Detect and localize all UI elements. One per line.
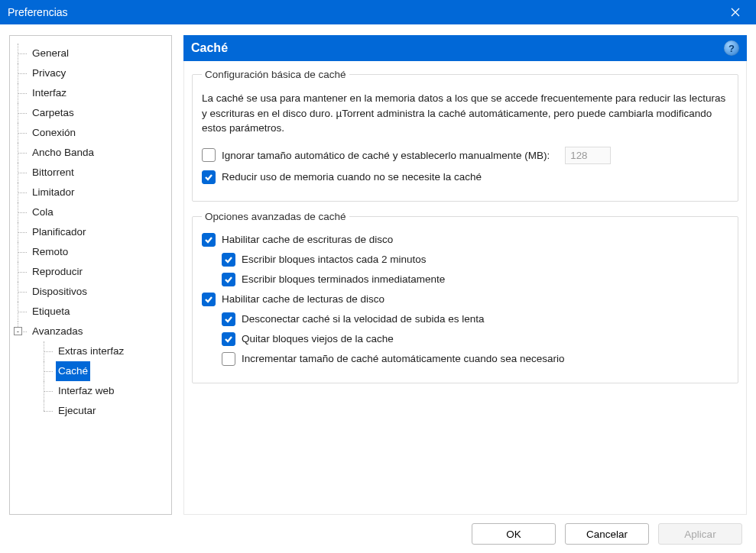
page-body: Configuración básica de caché La caché s… (183, 61, 747, 515)
tree-item-label[interactable]: Caché (56, 361, 90, 381)
tree-item-label[interactable]: Cola (30, 202, 56, 222)
tree-item[interactable]: Ancho Banda (15, 143, 167, 163)
settings-panel: Caché ? Configuración básica de caché La… (183, 35, 747, 515)
tree-item-label[interactable]: Ancho Banda (30, 143, 96, 163)
tree-item-advanced[interactable]: -AvanzadasExtras interfazCachéInterfaz w… (15, 322, 167, 421)
advanced-cache-legend: Opciones avanzadas de caché (202, 211, 349, 222)
nav-tree-panel: GeneralPrivacyInterfazCarpetasConexiónAn… (9, 35, 172, 515)
read-enable-checkbox[interactable] (202, 293, 216, 306)
tree-item-label[interactable]: Interfaz (30, 83, 69, 103)
read-enable-label[interactable]: Habilitar cache de lecturas de disco (222, 293, 384, 305)
advanced-cache-group: Opciones avanzadas de caché Habilitar ca… (192, 211, 738, 383)
read-remove-old-label[interactable]: Quitar bloques viejos de la cache (242, 333, 394, 344)
tree-item-label[interactable]: Interfaz web (56, 381, 117, 401)
read-autoinc-checkbox[interactable] (222, 352, 235, 366)
cache-size-input[interactable] (565, 147, 611, 164)
read-autoinc-label[interactable]: Incrementar tamaño de caché automáticame… (242, 353, 565, 364)
page-title: Caché (191, 41, 724, 55)
tree-item-label[interactable]: Planificador (30, 222, 89, 242)
override-cache-row: Ignorar tamaño automático de caché y est… (202, 147, 728, 164)
close-icon[interactable] (722, 0, 748, 24)
read-remove-old-checkbox[interactable] (222, 332, 235, 346)
basic-cache-group: Configuración básica de caché La caché s… (192, 69, 738, 202)
tree-expander-icon[interactable]: - (14, 327, 22, 335)
write-intact-label[interactable]: Escribir bloques intactos cada 2 minutos (242, 254, 427, 265)
read-remove-old-row: Quitar bloques viejos de la cache (222, 332, 728, 346)
tree-item[interactable]: Remoto (15, 242, 167, 262)
tree-item[interactable]: Conexión (15, 123, 167, 143)
tree-item-label[interactable]: Reproducir (30, 262, 85, 282)
read-autoinc-row: Incrementar tamaño de caché automáticame… (222, 352, 728, 366)
tree-subitem[interactable]: Interfaz web (41, 381, 167, 401)
tree-item-label[interactable]: Dispositivos (30, 282, 89, 302)
window-title: Preferencias (8, 6, 722, 18)
page-header: Caché ? (183, 35, 747, 61)
tree-item-label[interactable]: General (30, 44, 71, 63)
tree-subitem[interactable]: Extras interfaz (41, 341, 167, 361)
write-intact-checkbox[interactable] (222, 253, 235, 267)
nav-tree: GeneralPrivacyInterfazCarpetasConexiónAn… (15, 44, 167, 421)
write-finished-row: Escribir bloques terminados inmediatamen… (222, 273, 728, 286)
tree-item[interactable]: Planificador (15, 222, 167, 242)
tree-item[interactable]: Etiqueta (15, 302, 167, 322)
read-disconnect-label[interactable]: Desconectar caché si la velocidad de sub… (242, 313, 484, 325)
reduce-memory-checkbox[interactable] (202, 170, 216, 184)
tree-item-label[interactable]: Limitador (30, 183, 77, 202)
write-intact-row: Escribir bloques intactos cada 2 minutos (222, 253, 728, 267)
override-cache-label[interactable]: Ignorar tamaño automático de caché y est… (222, 150, 550, 161)
tree-item[interactable]: Bittorrent (15, 163, 167, 183)
tree-item-label[interactable]: Privacy (30, 63, 68, 83)
write-enable-checkbox[interactable] (202, 233, 216, 247)
tree-item-label[interactable]: Extras interfaz (56, 341, 126, 361)
tree-item[interactable]: Interfaz (15, 83, 167, 103)
tree-subitem[interactable]: Caché (41, 361, 167, 381)
basic-cache-legend: Configuración básica de caché (202, 69, 349, 80)
write-finished-label[interactable]: Escribir bloques terminados inmediatamen… (242, 273, 445, 285)
tree-item-label[interactable]: Bittorrent (30, 163, 76, 183)
read-enable-row: Habilitar cache de lecturas de disco (202, 293, 728, 306)
tree-item[interactable]: Limitador (15, 183, 167, 202)
content-area: GeneralPrivacyInterfazCarpetasConexiónAn… (0, 24, 756, 515)
tree-item[interactable]: Carpetas (15, 103, 167, 123)
tree-item[interactable]: Reproducir (15, 262, 167, 282)
apply-button[interactable]: Aplicar (658, 523, 742, 545)
tree-item-label[interactable]: Etiqueta (30, 302, 73, 322)
ok-button[interactable]: OK (472, 523, 556, 545)
basic-cache-description: La caché se usa para mantener en la memo… (202, 91, 728, 136)
write-enable-row: Habilitar cache de escrituras de disco (202, 233, 728, 247)
tree-item-label[interactable]: Avanzadas (30, 322, 86, 341)
dialog-footer: OK Cancelar Aplicar (0, 515, 756, 553)
reduce-memory-row: Reducir uso de memoria cuando no se nece… (202, 170, 728, 184)
read-disconnect-row: Desconectar caché si la velocidad de sub… (222, 312, 728, 326)
override-cache-checkbox[interactable] (202, 148, 216, 162)
read-disconnect-checkbox[interactable] (222, 312, 235, 326)
tree-item[interactable]: Privacy (15, 63, 167, 83)
cancel-button[interactable]: Cancelar (565, 523, 649, 545)
tree-item-label[interactable]: Remoto (30, 242, 70, 262)
titlebar: Preferencias (0, 0, 756, 24)
write-enable-label[interactable]: Habilitar cache de escrituras de disco (222, 234, 393, 245)
reduce-memory-label[interactable]: Reducir uso de memoria cuando no se nece… (222, 171, 482, 183)
tree-subitem[interactable]: Ejecutar (41, 401, 167, 421)
tree-item[interactable]: General (15, 44, 167, 63)
tree-item-label[interactable]: Conexión (30, 123, 78, 143)
tree-item-label[interactable]: Carpetas (30, 103, 76, 123)
tree-item-label[interactable]: Ejecutar (56, 401, 99, 421)
tree-item[interactable]: Cola (15, 202, 167, 222)
help-icon[interactable]: ? (724, 40, 739, 56)
write-finished-checkbox[interactable] (222, 273, 235, 286)
tree-item[interactable]: Dispositivos (15, 282, 167, 302)
